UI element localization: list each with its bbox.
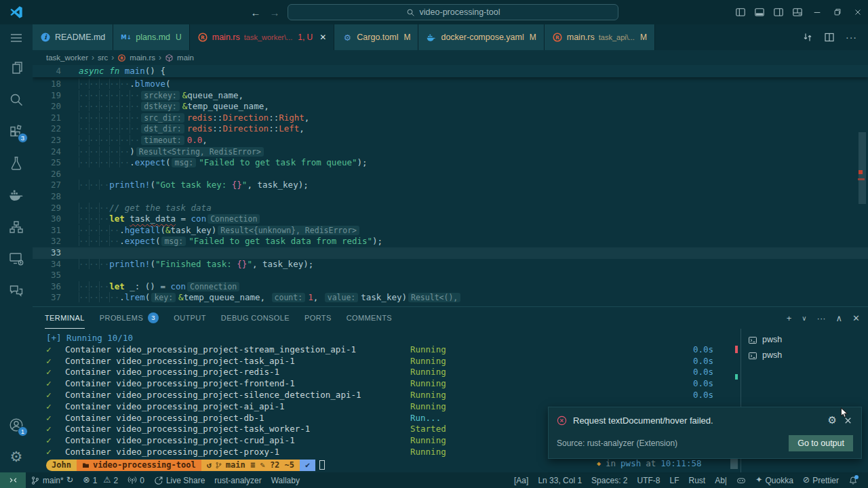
statusbar-branch[interactable]: main*↻ [26, 472, 78, 488]
breadcrumb-separator: › [111, 53, 114, 62]
toggle-panel-icon[interactable] [750, 0, 769, 24]
panel-more-icon[interactable]: ··· [817, 313, 826, 323]
line-content: ············timeout:0.0, [71, 135, 208, 146]
whitespace-dots: ······ [79, 214, 109, 224]
activity-search-act[interactable] [0, 83, 33, 115]
rust-icon: R [552, 32, 563, 43]
tab-description: task_worker\... [244, 33, 293, 41]
panel-tab-debug-console[interactable]: DEBUG CONSOLE [221, 307, 290, 329]
tab-close-icon[interactable]: ✕ [319, 33, 326, 42]
panel-tab-terminal[interactable]: TERMINAL [45, 307, 85, 329]
statusbar-live-share[interactable]: Live Share [149, 472, 210, 488]
toggle-secondary-sidebar-icon[interactable] [769, 0, 788, 24]
activity-files[interactable] [0, 52, 33, 83]
docker-icon [8, 187, 24, 203]
statusbar-indentation[interactable]: Spaces: 2 [587, 472, 632, 488]
sticky-scroll-line[interactable]: 4async fn main() { [33, 65, 868, 77]
terminal-session-pwsh[interactable]: pwsh [745, 348, 868, 363]
share-icon [154, 476, 163, 485]
container-name: Container video_processing_project-task_… [65, 356, 410, 367]
activity-badge: 3 [18, 133, 28, 143]
panel-close-icon[interactable]: ✕ [852, 313, 860, 323]
status-bar: main*↻⊗1⚠20Live Sharerust-analyzerWallab… [0, 472, 868, 488]
line-content [71, 169, 79, 180]
code-token: : () = [135, 281, 171, 291]
panel-tab-output[interactable]: OUTPUT [174, 307, 206, 329]
statusbar-encoding[interactable]: UTF-8 [632, 472, 665, 488]
breadcrumb-item-main.rs[interactable]: main.rs [130, 54, 155, 62]
statusbar-wallaby[interactable]: Wallaby [267, 472, 304, 488]
code-token: main [125, 66, 145, 76]
remote-indicator[interactable] [0, 472, 26, 488]
activity-gear[interactable]: ⚙ [0, 441, 33, 472]
customize-layout-icon[interactable] [788, 0, 807, 24]
tab-main.rs[interactable]: Rmain.rstask_worker\...1, U✕ [190, 24, 335, 50]
terminal-session-pwsh[interactable]: pwsh [745, 332, 868, 348]
code-token: & [165, 225, 171, 235]
breadcrumb-item-src[interactable]: src [98, 54, 108, 62]
panel-tab-comments[interactable]: COMMENTS [347, 307, 392, 329]
new-terminal-icon[interactable]: + [787, 313, 792, 323]
code-token: blmove [135, 79, 165, 89]
toggle-sidebar-icon[interactable] [731, 0, 750, 24]
statusbar-copilot[interactable] [732, 472, 751, 488]
panel-tab-problems[interactable]: PROBLEMS3 [100, 307, 159, 329]
back-arrow-icon[interactable]: ← [250, 7, 262, 18]
whitespace-dots: ············ [79, 135, 140, 145]
restore-button[interactable] [827, 0, 848, 24]
statusbar-quokka[interactable]: ✦Quokka [751, 472, 798, 488]
statusbar-eol[interactable]: LF [665, 472, 684, 488]
statusbar-word-wrap[interactable]: Ab| [710, 472, 732, 488]
activity-docker[interactable] [0, 179, 33, 211]
activity-menu[interactable] [0, 24, 33, 52]
notification-settings-gear-icon[interactable]: ⚙ [828, 414, 837, 426]
go-to-output-button[interactable]: Go to output [789, 435, 853, 451]
activity-hierarchy[interactable] [0, 211, 33, 243]
inlay-hint: Result<(), [408, 293, 460, 302]
statusbar-rust-analyzer[interactable]: rust-analyzer [210, 472, 266, 488]
panel-tab-ports[interactable]: PORTS [304, 307, 332, 329]
statusbar-cursor-position[interactable]: Ln 33, Col 1 [533, 472, 587, 488]
close-window-button[interactable] [848, 0, 868, 24]
code-token: // get the task data [109, 203, 212, 213]
forward-arrow-icon[interactable]: → [269, 7, 281, 18]
more-actions-icon[interactable]: ··· [846, 32, 857, 43]
activity-account[interactable]: 1 [0, 409, 33, 441]
editor-scrollbar[interactable] [859, 132, 866, 204]
container-status: Running [410, 401, 446, 413]
breadcrumb-item-main[interactable]: main [177, 54, 194, 62]
tab-README.md[interactable]: iREADME.md [33, 24, 113, 50]
activity-extensions[interactable]: 3 [0, 115, 33, 147]
statusbar-problems[interactable]: ⊗1⚠2 [78, 472, 123, 488]
tab-docker-compose.yaml[interactable]: docker-compose.yamlM [418, 24, 544, 50]
statusbar-language-mode[interactable]: Rust [684, 472, 711, 488]
statusbar-ports[interactable]: 0 [123, 472, 149, 488]
statusbar-notifications-bell[interactable] [844, 472, 863, 488]
code-editor[interactable]: 4async fn main() { 18··········.blmove(1… [33, 65, 868, 306]
terminal-icon [748, 336, 757, 345]
error-icon [557, 415, 567, 426]
code-line-23: 23············timeout:0.0, [33, 135, 868, 146]
tab-Cargo.toml[interactable]: ⚙Cargo.tomlM [334, 24, 418, 50]
search-icon [406, 8, 415, 17]
activity-remote-explorer[interactable] [0, 243, 33, 274]
command-center-search[interactable]: video-processing-tool [288, 4, 618, 20]
container-status: Running [410, 344, 446, 356]
activity-flask[interactable] [0, 147, 33, 179]
activity-comments[interactable] [0, 274, 33, 306]
tab-main.rs[interactable]: Rmain.rstask_api\...M [545, 24, 655, 50]
open-changes-icon[interactable] [802, 32, 813, 43]
split-editor-icon[interactable] [824, 32, 835, 43]
copilot-icon [736, 476, 746, 485]
menu-icon [8, 30, 24, 46]
editor-tab-bar: iREADME.mdM↓plans.mdURmain.rstask_worker… [33, 24, 868, 50]
terminal-dropdown-icon[interactable]: ∨ [802, 314, 806, 322]
statusbar-case-preserve[interactable]: [Aa] [509, 472, 533, 488]
tab-plans.md[interactable]: M↓plans.mdU [113, 24, 189, 50]
panel-maximize-icon[interactable]: ∧ [836, 313, 843, 323]
statusbar-prettier[interactable]: ⊘Prettier [798, 472, 844, 488]
terminal-scrollbar[interactable] [730, 459, 738, 469]
breadcrumb-item-task_worker[interactable]: task_worker [46, 54, 88, 62]
minimize-button[interactable] [807, 0, 827, 24]
folder-icon [82, 462, 90, 469]
